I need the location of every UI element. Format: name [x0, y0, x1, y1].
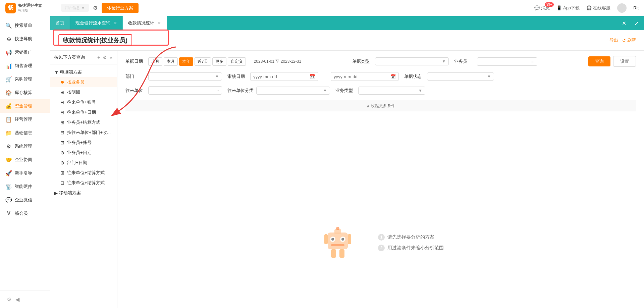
date-range-display: 2023-01-01 至 2023-12-31 — [254, 59, 301, 64]
scheme-item-counterpart-settle2[interactable]: ⊟ 往来单位+结算方式 — [50, 178, 117, 188]
salesperson-select[interactable]: ··· — [477, 57, 537, 66]
sidebar-item-smart-hw[interactable]: 📡 智能硬件 — [0, 180, 50, 193]
sidebar-item-guide[interactable]: 🚀 新手引导 — [0, 166, 50, 180]
sidebar-item-label: 新手引导 — [15, 170, 32, 176]
svg-rect-2 — [339, 249, 344, 258]
basic-info-icon: 📁 — [5, 130, 12, 136]
dept-select[interactable]: ▼ — [148, 72, 222, 81]
sidebar-settings-button[interactable]: ⚙ — [5, 295, 13, 304]
date-btn-7days[interactable]: 近7天 — [195, 57, 211, 66]
tab-expand-button[interactable]: ⤢ — [632, 19, 641, 28]
audit-date-end-input[interactable] — [334, 74, 390, 79]
sidebar-item-quick-nav[interactable]: ⊕ 快捷导航 — [0, 32, 50, 46]
query-button[interactable]: 查询 — [588, 56, 610, 66]
sidebar-item-wechat[interactable]: 💬 企业微信 — [0, 193, 50, 207]
tab-bank-flow-close[interactable]: ✕ — [114, 21, 117, 25]
scheme-item-by-salesperson[interactable]: 按业务员 — [50, 77, 117, 87]
business-type-select[interactable]: ▼ — [358, 87, 425, 95]
date-btn-more[interactable]: 更多 — [212, 57, 226, 66]
sidebar-item-purchase[interactable]: 🛒 采购管理 — [0, 72, 50, 86]
scheme-add-button[interactable]: + — [97, 54, 101, 61]
counterpart-select[interactable]: ··· — [148, 86, 222, 95]
sidebar-item-label: 库存核算 — [15, 90, 32, 96]
scheme-item-counterpart-account[interactable]: ⊟ 往来单位+账号 — [50, 97, 117, 107]
scheme-group-mobile[interactable]: ▶ 移动端方案 — [50, 188, 117, 198]
empty-content: 1 请先选择要分析的方案 2 用过滤条件来缩小分析范围 — [318, 222, 444, 263]
sidebar-item-finance[interactable]: 💰 资金管理 — [0, 99, 50, 113]
topbar-right: 💬 消息 99+ 📱 App下载 🎧 在线客服 Rit — [534, 3, 639, 13]
date-dash: — — [322, 74, 327, 79]
sidebar-item-inventory[interactable]: 🏠 库存核算 — [0, 86, 50, 99]
page-title: 收款情况统计(按业务员) — [63, 37, 127, 44]
scheme-group-mobile-label: 移动端方案 — [59, 190, 81, 196]
sidebar-item-label: 营销推广 — [15, 49, 32, 55]
date-btn-this-month[interactable]: 本月 — [164, 57, 178, 66]
messages-button[interactable]: 💬 消息 99+ — [534, 5, 550, 11]
counterpart-category-select[interactable]: ▼ — [256, 87, 330, 95]
tab-collection-stats-close[interactable]: ✕ — [158, 21, 161, 25]
scheme-item-counterpart-date[interactable]: ⊟ 往来单位+日期 — [50, 107, 117, 117]
scheme-item-salesperson-date[interactable]: ⊙ 业务员+日期 — [50, 148, 117, 158]
date-btn-last-month[interactable]: 上月 — [148, 57, 162, 66]
scheme-settings-button[interactable]: ⚙ — [102, 54, 108, 61]
collapse-icon: ∧ — [367, 104, 370, 108]
export-button[interactable]: ↑ 导出 — [606, 37, 619, 43]
svg-point-11 — [336, 227, 339, 230]
scheme-group-desktop[interactable]: ▼ 电脑端方案 — [50, 67, 117, 77]
sidebar-item-label: 企业微信 — [15, 197, 32, 203]
tab-home[interactable]: 首页 — [50, 16, 70, 30]
sidebar-item-sales[interactable]: 📊 销售管理 — [0, 59, 50, 72]
scheme-item-salesperson-settle[interactable]: ⊞ 业务员+结算方式 — [50, 117, 117, 127]
sidebar-item-label: 畅会员 — [15, 210, 28, 216]
app-version: 标准版 — [18, 8, 42, 13]
settings-button[interactable]: 设置 — [613, 56, 636, 67]
scheme-item-counterpart-settle1[interactable]: ⊞ 往来单位+结算方式 — [50, 168, 117, 178]
quick-nav-icon: ⊕ — [5, 36, 12, 42]
date-btn-custom[interactable]: 自定义 — [228, 57, 246, 66]
app-name: 畅捷通好生意 — [18, 3, 42, 8]
tab-collection-stats-label: 收款情况统计 — [128, 20, 154, 26]
salesperson-dots[interactable]: ··· — [531, 59, 534, 64]
sidebar-item-enterprise[interactable]: 🤝 企业协同 — [0, 153, 50, 166]
settings-button[interactable]: ⚙ — [92, 3, 99, 12]
voucher-type-select[interactable]: ▼ — [375, 57, 449, 65]
scheme-item-by-detail[interactable]: ⊞ 按明细 — [50, 87, 117, 97]
filter-counterpart-item: 往来单位 ··· — [125, 86, 222, 95]
audit-date-start-input[interactable] — [253, 74, 310, 79]
trial-button[interactable]: 体验行业方案 — [102, 3, 139, 13]
tab-bank-flow[interactable]: 现金银行流水查询 ✕ — [70, 16, 123, 30]
date-btn-this-year[interactable]: 本年 — [179, 57, 193, 66]
tab-collection-stats[interactable]: 收款情况统计 ✕ — [123, 16, 167, 30]
salesperson-settle-icon: ⊞ — [60, 120, 65, 125]
scheme-collapse-button[interactable]: « — [109, 54, 113, 61]
scheme-active-icon — [60, 80, 65, 85]
scheme-item-dept-date[interactable]: ⊙ 部门+日期 — [50, 158, 117, 168]
date-quick-btns: 上月 本月 本年 近7天 更多 自定义 — [148, 57, 246, 66]
sidebar-item-basic-info[interactable]: 📁 基础信息 — [0, 126, 50, 140]
sidebar-item-marketing[interactable]: 📢 营销推广 — [0, 46, 50, 59]
sidebar-item-member[interactable]: V 畅会员 — [0, 207, 50, 220]
wechat-icon: 💬 — [5, 197, 12, 203]
logo-area: 畅 畅捷通好生意 标准版 — [5, 3, 56, 13]
audit-date-start[interactable]: 📅 — [250, 72, 318, 81]
scheme-item-salesperson-account[interactable]: ⊡ 业务员+账号 — [50, 138, 117, 148]
scheme-item-counterpart-dept[interactable]: ⊟ 按往来单位+部门+收... — [50, 127, 117, 138]
collapse-bar[interactable]: ∧ 收起更多条件 — [125, 100, 636, 111]
tab-close-button[interactable]: ✕ — [619, 19, 629, 28]
sidebar-item-system[interactable]: ⚙ 系统管理 — [0, 140, 50, 153]
sidebar-item-label: 销售管理 — [15, 63, 32, 69]
refresh-button[interactable]: ↺ 刷新 — [622, 37, 636, 43]
sidebar-collapse-button[interactable]: ◀ — [14, 295, 21, 304]
user-name: Rit — [633, 5, 639, 10]
app-download-button[interactable]: 📱 App下载 — [556, 5, 580, 11]
filter-business-type-item: 业务类型 ▼ — [335, 87, 425, 95]
audit-date-end[interactable]: 📅 — [331, 72, 399, 81]
voucher-status-select[interactable]: ▼ — [427, 72, 494, 81]
svg-point-5 — [331, 238, 334, 241]
empty-step-2: 2 用过滤条件来缩小分析范围 — [378, 245, 444, 251]
counterpart-dots[interactable]: ··· — [215, 88, 219, 93]
user-avatar[interactable] — [617, 3, 627, 13]
sidebar-item-operations[interactable]: 📋 经营管理 — [0, 113, 50, 126]
sidebar-item-search-menu[interactable]: 🔍 搜索菜单 — [0, 19, 50, 32]
online-service-button[interactable]: 🎧 在线客服 — [586, 5, 610, 11]
